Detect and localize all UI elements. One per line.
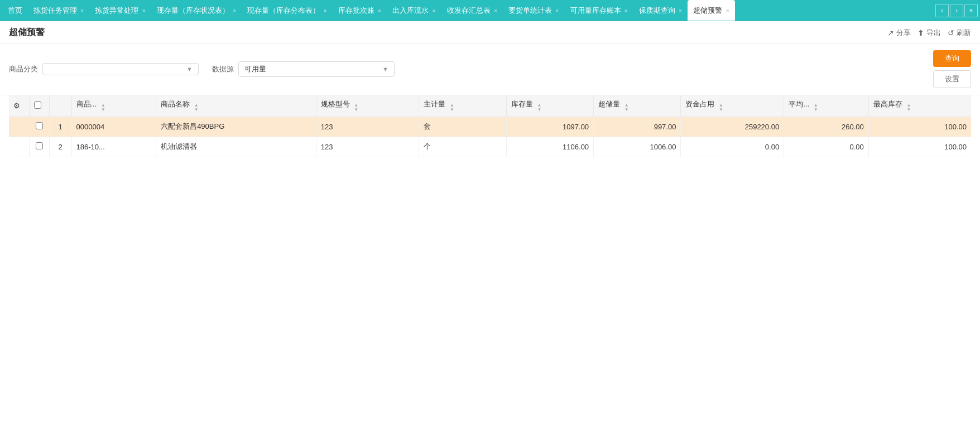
col-settings[interactable]: ⚙ [9,95,29,117]
col-unit-header[interactable]: 主计量 ▲▼ [419,95,506,117]
nav-label-active: 超储预警 [693,6,722,16]
nav-label-9: 可用量库存账本 [570,6,621,16]
col-product-name-header[interactable]: 商品名称 ▲▼ [156,95,316,117]
filter-area: 商品分类 ▼ 数据源 可用量 ▼ 查询 设置 [0,43,980,95]
export-button[interactable]: ⬆ 导出 [917,28,941,38]
page-title: 超储预警 [9,27,45,38]
col-over-header[interactable]: 超储量 ▲▼ [594,95,681,117]
table-header-row: ⚙ 商品... ▲▼ 商品名称 ▲▼ 规格型号 ▲▼ [9,95,971,117]
table-row: 1 0000004 六配套新昌490BPG 123 套 1097.00 997.… [9,117,971,137]
row-unit-0: 套 [419,117,506,137]
row-settings-1 [9,137,29,157]
sort-product-code-icon[interactable]: ▲▼ [101,103,105,112]
row-settings-0 [9,117,29,137]
nav-label-10: 保质期查询 [639,6,675,16]
row-maxstock-1: 100.00 [868,137,971,157]
refresh-button[interactable]: ↺ 刷新 [948,28,971,38]
datasource-select-value: 可用量 [244,64,266,74]
nav-close-5[interactable]: × [378,7,381,14]
row-index-1: 2 [49,137,71,157]
data-table: ⚙ 商品... ▲▼ 商品名称 ▲▼ 规格型号 ▲▼ [9,95,971,157]
sort-over-icon[interactable]: ▲▼ [624,103,629,112]
nav-close-4[interactable]: × [323,7,326,14]
row-maxstock-0: 100.00 [868,117,971,137]
sort-stock-icon[interactable]: ▲▼ [537,103,541,112]
nav-item-home[interactable]: 首页 [2,0,28,21]
settings-icon[interactable]: ⚙ [13,101,20,110]
table-body: 1 0000004 六配套新昌490BPG 123 套 1097.00 997.… [9,117,971,157]
sort-spec-icon[interactable]: ▲▼ [354,103,358,112]
sort-maxstock-icon[interactable]: ▲▼ [906,103,911,112]
share-icon: ↗ [887,28,894,37]
sort-product-name-icon[interactable]: ▲▼ [194,103,199,112]
nav-item-5[interactable]: 库存批次账 × [333,0,387,21]
nav-close-10[interactable]: × [679,7,682,14]
nav-arrow-buttons: ‹ › × [935,4,978,17]
nav-item-4[interactable]: 现存量（库存分布表） × [242,0,332,21]
nav-prev-button[interactable]: ‹ [935,4,949,17]
row-stock-0: 1097.00 [506,117,593,137]
category-label: 商品分类 [9,64,38,74]
col-product-code-header[interactable]: 商品... ▲▼ [71,95,156,117]
row-checkbox-cell-0[interactable] [29,117,49,137]
sort-capital-icon[interactable]: ▲▼ [719,103,723,112]
nav-close-active[interactable]: × [726,7,729,14]
row-checkbox-0[interactable] [36,122,43,129]
nav-label-6: 出入库流水 [392,6,429,16]
nav-item-10[interactable]: 保质期查询 × [633,0,688,21]
nav-label-3: 现存量（库存状况表） [157,6,229,16]
row-over-1: 1006.00 [594,137,681,157]
col-index-header [49,95,71,117]
row-spec-0: 123 [316,117,419,137]
datasource-filter: 数据源 可用量 ▼ [212,61,395,77]
nav-close-8[interactable]: × [555,7,559,14]
col-avg-header[interactable]: 平均... ▲▼ [784,95,869,117]
nav-item-8[interactable]: 要货单统计表 × [503,0,564,21]
nav-close-3[interactable]: × [233,7,236,14]
share-button[interactable]: ↗ 分享 [887,28,911,38]
col-checkbox-all[interactable] [29,95,49,117]
category-filter: 商品分类 ▼ [9,63,199,75]
row-over-0: 997.00 [594,117,681,137]
row-spec-1: 123 [316,137,419,157]
nav-label-home: 首页 [8,6,22,16]
query-button[interactable]: 查询 [933,50,971,67]
nav-item-3[interactable]: 现存量（库存状况表） × [151,0,242,21]
nav-close-2[interactable]: × [142,7,145,14]
row-avg-1: 0.00 [784,137,869,157]
table-area: ⚙ 商品... ▲▼ 商品名称 ▲▼ 规格型号 ▲▼ [0,95,980,157]
nav-item-1[interactable]: 拣货任务管理 × [28,0,89,21]
nav-close-all-button[interactable]: × [964,4,978,17]
nav-close-7[interactable]: × [494,7,497,14]
row-unit-1: 个 [419,137,506,157]
sort-unit-icon[interactable]: ▲▼ [450,103,454,112]
category-select[interactable]: ▼ [42,63,199,75]
select-all-checkbox[interactable] [34,101,41,109]
row-checkbox-1[interactable] [36,142,43,149]
col-maxstock-header[interactable]: 最高库存 ▲▼ [868,95,971,117]
category-chevron-icon: ▼ [186,66,193,72]
nav-item-9[interactable]: 可用量库存账本 × [565,0,633,21]
refresh-label: 刷新 [957,28,971,38]
col-spec-header[interactable]: 规格型号 ▲▼ [316,95,419,117]
nav-label-8: 要货单统计表 [508,6,552,16]
refresh-icon: ↺ [948,28,954,37]
header-actions: ↗ 分享 ⬆ 导出 ↺ 刷新 [887,28,971,38]
nav-item-7[interactable]: 收发存汇总表 × [441,0,503,21]
nav-item-6[interactable]: 出入库流水 × [387,0,441,21]
col-capital-header[interactable]: 资金占用 ▲▼ [681,95,784,117]
nav-close-9[interactable]: × [624,7,628,14]
nav-close-1[interactable]: × [80,7,84,14]
datasource-select[interactable]: 可用量 ▼ [238,61,395,77]
col-stock-header[interactable]: 库存量 ▲▼ [506,95,593,117]
nav-item-2[interactable]: 拣货异常处理 × [89,0,151,21]
sort-avg-icon[interactable]: ▲▼ [814,103,818,112]
row-product-name-0: 六配套新昌490BPG [156,117,316,137]
table-row: 2 186-10... 机油滤清器 123 个 1106.00 1006.00 … [9,137,971,157]
row-checkbox-cell-1[interactable] [29,137,49,157]
nav-item-active[interactable]: 超储预警 × [688,0,734,21]
settings-button[interactable]: 设置 [933,70,971,88]
nav-close-6[interactable]: × [432,7,435,14]
share-label: 分享 [896,28,911,38]
nav-next-button[interactable]: › [950,4,963,17]
